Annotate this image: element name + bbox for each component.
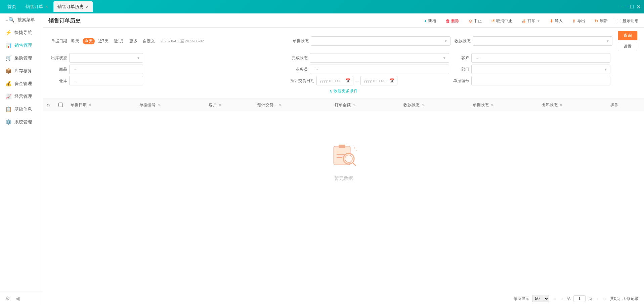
empty-illustration: [327, 138, 360, 171]
sidebar-collapse-icon[interactable]: ◀: [15, 295, 19, 302]
collapse-row[interactable]: ∧ 收起更多条件: [48, 87, 639, 94]
complete-status-chevron: ▼: [443, 56, 446, 60]
th-gear[interactable]: ⚙: [43, 100, 55, 111]
sort-order-amount-icon: ⇅: [353, 103, 356, 107]
sidebar-item-finance-mgmt-label: 资金管理: [14, 81, 32, 87]
salesman-field[interactable]: ···: [310, 65, 449, 74]
date-custom-btn[interactable]: 自定义: [141, 38, 157, 44]
sidebar-item-search-menu-label: 搜索菜单: [17, 17, 35, 23]
sidebar-item-operations-mgmt[interactable]: 📈 经营管理: [0, 90, 43, 103]
last-page-button[interactable]: »: [602, 295, 607, 302]
display-detail-input[interactable]: [617, 19, 621, 23]
print-button[interactable]: 🖨 打印 ▼: [518, 17, 544, 25]
expected-date-from-field[interactable]: yyyy-mm-dd 📅: [316, 76, 353, 85]
select-all-checkbox[interactable]: [58, 103, 63, 107]
th-receipt-status-label: 收款状态: [403, 103, 420, 107]
sidebar-item-search-menu[interactable]: ≡🔍 搜索菜单: [0, 13, 43, 26]
sidebar-item-system-mgmt[interactable]: ⚙️ 系统管理: [0, 116, 43, 128]
tab-sales-order-history-close[interactable]: ✕: [86, 5, 89, 9]
finance-mgmt-icon: 💰: [5, 81, 12, 87]
maximize-icon[interactable]: □: [630, 4, 634, 10]
date-more-btn[interactable]: 更多: [127, 38, 139, 44]
page-unit: 页: [588, 296, 592, 302]
new-icon: +: [424, 18, 427, 24]
prev-page-button[interactable]: ‹: [560, 295, 564, 302]
export-button[interactable]: ⬆ 导出: [569, 17, 589, 25]
new-button[interactable]: + 新增: [421, 17, 440, 25]
out-stock-field[interactable]: ▼: [69, 53, 143, 63]
basic-info-icon: 📋: [5, 106, 12, 112]
sidebar-item-sales-mgmt[interactable]: 📊 销售管理: [0, 39, 43, 52]
th-bill-no[interactable]: 单据编号 ⇅: [136, 100, 205, 111]
bill-status-field[interactable]: ▼: [311, 36, 450, 46]
tab-sales-order[interactable]: 销售订单 ✕: [22, 1, 52, 12]
display-detail-label: 显示明细: [622, 18, 639, 24]
bill-status-cell: 单据状态 ▼: [290, 36, 452, 46]
date-today-btn[interactable]: 今天: [83, 38, 95, 44]
tab-sales-order-close[interactable]: ✕: [45, 5, 48, 9]
th-receipt-status[interactable]: 收款状态 ⇅: [400, 100, 469, 111]
th-operation-label: 操作: [610, 103, 618, 107]
date-quick-group: 昨天 今天 近7天 近1月 更多 自定义: [69, 38, 157, 44]
search-button[interactable]: 查询: [618, 31, 637, 40]
tab-sales-order-history[interactable]: 销售订单历史 ✕: [53, 1, 93, 12]
th-out-stock-status[interactable]: 出库状态 ⇅: [538, 100, 607, 111]
complete-status-label: 完成状态: [290, 55, 308, 61]
delete-button[interactable]: 🗑 删除: [442, 17, 463, 25]
customer-dots: ···: [476, 55, 480, 61]
refresh-button[interactable]: ↻ 刷新: [591, 17, 611, 25]
date-yesterday-btn[interactable]: 昨天: [69, 38, 81, 44]
page-size-select[interactable]: 50 10 20 100: [532, 295, 549, 302]
first-page-button[interactable]: «: [552, 295, 557, 302]
top-bar: 首页 销售订单 ✕ 销售订单历史 ✕ — □ ✕: [0, 0, 644, 13]
date-7days-btn[interactable]: 近7天: [96, 38, 111, 44]
top-bar-right: — □ ✕: [622, 4, 641, 10]
stop-button[interactable]: ⊘ 中止: [465, 17, 485, 25]
window-close-icon[interactable]: ✕: [636, 4, 641, 10]
page-input[interactable]: [573, 295, 586, 302]
table-header: ⚙ 单据日期 ⇅ 单据编号 ⇅: [43, 100, 644, 111]
warehouse-cell: 仓库 ···: [48, 76, 289, 85]
cancel-stop-button[interactable]: ↺ 取消中止: [488, 17, 516, 25]
th-customer[interactable]: 客户 ⇅: [205, 100, 254, 111]
sidebar-item-quick-nav[interactable]: ⚡ 快捷导航: [0, 26, 43, 39]
toolbar-divider: [614, 18, 614, 24]
sidebar-bottom: ⚙ ◀: [0, 292, 43, 305]
th-check[interactable]: [55, 100, 67, 111]
next-page-button[interactable]: ›: [595, 295, 599, 302]
sidebar-item-inventory-calc[interactable]: 📦 库存核算: [0, 65, 43, 77]
sidebar-settings-icon[interactable]: ⚙: [5, 295, 10, 302]
receipt-status-field[interactable]: ▼: [473, 36, 612, 46]
sidebar-item-basic-info[interactable]: 📋 基础信息: [0, 103, 43, 116]
th-bill-status[interactable]: 单据状态 ⇅: [469, 100, 538, 111]
cancel-stop-label: 取消中止: [496, 18, 512, 24]
tab-home[interactable]: 首页: [3, 1, 20, 12]
minimize-icon[interactable]: —: [622, 4, 628, 10]
th-bill-date[interactable]: 单据日期 ⇅: [67, 100, 136, 111]
display-detail-checkbox[interactable]: 显示明细: [617, 18, 639, 24]
expected-date-to-field[interactable]: yyyy-mm-dd 📅: [360, 76, 397, 85]
bill-no-field[interactable]: [471, 76, 610, 85]
calendar-from-icon: 📅: [345, 78, 350, 83]
sort-bill-status-icon: ⇅: [491, 103, 493, 107]
search-area: 单据日期 昨天 今天 近7天 近1月 更多 自定义 2023-06-02 至 2…: [43, 28, 644, 98]
settings-button[interactable]: 设置: [618, 42, 637, 51]
date-1month-btn[interactable]: 近1月: [112, 38, 126, 44]
empty-state-cell: 暂无数据: [43, 111, 644, 209]
import-button[interactable]: ⬇ 导入: [546, 17, 566, 25]
goods-cell: 商品 ···: [48, 65, 289, 74]
complete-status-field[interactable]: ▼: [310, 53, 449, 63]
main-layout: ≡🔍 搜索菜单 ⚡ 快捷导航 📊 销售管理 🛒 采购管理 📦 库存核算 💰 资金…: [0, 13, 644, 305]
th-customer-label: 客户: [209, 103, 217, 107]
th-order-amount[interactable]: 订单金额 ⇅: [331, 100, 400, 111]
date-range-text: 2023-06-02 至 2023-06-02: [160, 39, 204, 44]
customer-field[interactable]: ···: [471, 53, 610, 63]
sidebar-item-purchase-mgmt-label: 采购管理: [14, 55, 32, 61]
goods-field[interactable]: ···: [69, 65, 143, 74]
th-expected-date[interactable]: 预计交货... ⇅: [254, 100, 331, 111]
sidebar-item-finance-mgmt[interactable]: 💰 资金管理: [0, 77, 43, 90]
tab-sales-order-history-label: 销售订单历史: [57, 4, 84, 10]
sidebar-item-purchase-mgmt[interactable]: 🛒 采购管理: [0, 52, 43, 65]
dept-field[interactable]: ▼: [471, 65, 610, 74]
warehouse-field[interactable]: ···: [69, 76, 143, 85]
